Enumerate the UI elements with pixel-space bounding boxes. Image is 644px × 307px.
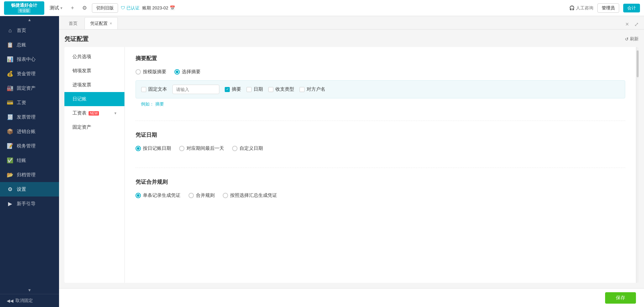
home-icon: ⌂: [7, 28, 13, 34]
sidebar: ▲ ⌂ 首页 📋 总账 📊 报表中心 💰 资金管理 🏭 固定资产: [0, 16, 59, 307]
config-main: 摘要配置 按模版摘要 选择摘要: [125, 47, 636, 283]
admin-button[interactable]: 管理员: [597, 3, 619, 13]
checkbox-date[interactable]: 日期: [247, 86, 263, 92]
config-sidebar-item-purchase-invoice[interactable]: 进项发票: [64, 78, 124, 92]
save-button[interactable]: 保存: [605, 292, 636, 304]
date-section: 凭证日期 按日记账日期 对应期间最后一天: [136, 132, 625, 168]
checkbox-box-counterparty: [300, 87, 305, 92]
reports-icon: 📊: [7, 56, 13, 62]
content-area: 首页 凭证配置 × × ⤢ 凭证配置 ↺ 刷新: [59, 16, 644, 307]
calendar-icon[interactable]: 📅: [170, 5, 175, 10]
tab-voucher-config[interactable]: 凭证配置 ×: [85, 17, 118, 29]
summary-radio-group: 按模版摘要 选择摘要: [136, 69, 625, 75]
merge-radio-rules[interactable]: 合并规则: [189, 192, 215, 199]
sidebar-scroll: ⌂ 首页 📋 总账 📊 报表中心 💰 资金管理 🏭 固定资产 💳 工资: [0, 24, 59, 287]
date-radio-period-end[interactable]: 对应期间最后一天: [179, 145, 224, 151]
close-accounts-icon: ✅: [7, 157, 13, 164]
sidebar-item-ledger[interactable]: 📋 总账: [0, 38, 59, 52]
scrollbar-thumb[interactable]: [637, 50, 639, 77]
config-sidebar-item-public[interactable]: 公共选项: [64, 50, 124, 64]
summary-options-row: 固定文本 摘要 日期: [136, 80, 625, 98]
sidebar-item-salary[interactable]: 💳 工资: [0, 95, 59, 110]
checkbox-box-date: [247, 87, 252, 92]
merge-radio-single[interactable]: 单条记录生成凭证: [136, 192, 180, 199]
sidebar-bottom: ◀◀ 取消固定: [0, 294, 59, 307]
settings-icon: ⚙: [7, 186, 13, 192]
certified-badge: 🛡 已认证: [121, 5, 140, 11]
headset-icon: 🎧: [569, 5, 575, 10]
checkbox-fixed-text[interactable]: 固定文本: [141, 86, 167, 92]
new-badge: NEW: [89, 111, 99, 116]
summary-radio-template[interactable]: 按模版摘要: [136, 69, 166, 75]
checkbox-summary[interactable]: 摘要: [225, 86, 241, 92]
config-sidebar-item-fixed-assets[interactable]: 固定资产: [64, 120, 124, 134]
refresh-button[interactable]: ↺ 刷新: [625, 36, 639, 42]
expand-icon[interactable]: ⤢: [633, 20, 640, 29]
config-sidebar-item-payroll[interactable]: 工资表 NEW ▾: [64, 106, 124, 120]
sidebar-item-home[interactable]: ⌂ 首页: [0, 24, 59, 38]
sidebar-item-guide[interactable]: ▶ 新手引导: [0, 196, 59, 211]
date-radio-custom[interactable]: 自定义日期: [232, 145, 263, 151]
sidebar-item-assets[interactable]: 🏭 固定资产: [0, 81, 59, 95]
config-sidebar-item-journal[interactable]: 日记账: [64, 92, 124, 106]
sidebar-item-settings[interactable]: ⚙ 设置: [0, 182, 59, 196]
period-info: 账期 2023-02 📅: [142, 5, 175, 11]
add-icon[interactable]: ＋: [68, 3, 77, 13]
date-radio-group: 按日记账日期 对应期间最后一天 自定义日期: [136, 145, 625, 151]
window-close-icon[interactable]: ×: [624, 19, 630, 29]
sidebar-item-sales[interactable]: 📦 进销台账: [0, 124, 59, 139]
gear-icon[interactable]: ⚙: [80, 3, 89, 13]
sidebar-scroll-up[interactable]: ▲: [0, 16, 59, 24]
checkbox-box-pay-type: [268, 87, 273, 92]
unfix-button[interactable]: ◀◀ 取消固定: [0, 294, 59, 307]
tax-icon: 📝: [7, 143, 13, 149]
sidebar-item-funds[interactable]: 💰 资金管理: [0, 67, 59, 81]
checkbox-pay-type[interactable]: 收支类型: [268, 86, 294, 92]
radio-circle-single: [136, 193, 141, 198]
fixed-text-input[interactable]: [172, 85, 219, 94]
logo: 畅捷通好会计 专业版: [4, 1, 44, 15]
merge-radio-group: 单条记录生成凭证 合并规则 按照选择汇总生成凭证: [136, 192, 625, 199]
radio-circle-custom-date: [232, 146, 237, 151]
radio-circle-journal-date: [136, 146, 141, 151]
switch-button[interactable]: 切到旧版: [92, 3, 118, 13]
radio-circle-template: [136, 69, 141, 75]
date-radio-journal[interactable]: 按日记账日期: [136, 145, 171, 151]
summary-radio-select[interactable]: 选择摘要: [174, 69, 201, 75]
chevron-down-icon: ▾: [60, 6, 62, 10]
merge-section-title: 凭证合并规则: [136, 179, 625, 186]
merge-section: 凭证合并规则 单条记录生成凭证 合并规则: [136, 179, 625, 215]
radio-circle-period-end: [179, 146, 184, 151]
config-layout: 公共选项 销项发票 进项发票 日记账 工资表 NEW ▾: [64, 47, 639, 283]
salary-icon: 💳: [7, 99, 13, 106]
date-section-title: 凭证日期: [136, 132, 625, 139]
project-name: 测试: [50, 5, 59, 11]
tab-close-icon[interactable]: ×: [110, 21, 112, 26]
tab-home[interactable]: 首页: [63, 17, 83, 29]
sidebar-item-invoice[interactable]: 🧾 发票管理: [0, 110, 59, 124]
sidebar-scroll-down[interactable]: ▼: [0, 287, 59, 294]
tab-bar-right: × ⤢: [624, 19, 640, 29]
sidebar-item-reports[interactable]: 📊 报表中心: [0, 52, 59, 67]
guide-icon: ▶: [7, 201, 13, 207]
refresh-icon: ↺: [625, 37, 629, 42]
checkbox-box-summary: [225, 87, 230, 92]
sidebar-item-tax[interactable]: 📝 税务管理: [0, 139, 59, 153]
radio-circle-merge-rules: [189, 193, 194, 198]
ledger-icon: 📋: [7, 42, 13, 48]
config-sidebar-item-sales-invoice[interactable]: 销项发票: [64, 64, 124, 78]
summary-section-title: 摘要配置: [136, 55, 625, 62]
sidebar-item-close[interactable]: ✅ 结账: [0, 153, 59, 168]
summary-section: 摘要配置 按模版摘要 选择摘要: [136, 55, 625, 121]
page-title: 凭证配置: [64, 35, 89, 43]
sidebar-item-archive[interactable]: 📂 归档管理: [0, 168, 59, 182]
archive-icon: 📂: [7, 172, 13, 178]
consult-button[interactable]: 🎧 人工咨询: [569, 5, 593, 11]
merge-radio-summary[interactable]: 按照选择汇总生成凭证: [223, 192, 277, 199]
accountant-button[interactable]: 会计: [623, 4, 640, 12]
logo-sub: 专业版: [18, 8, 31, 13]
tab-bar: 首页 凭证配置 × × ⤢: [59, 16, 644, 30]
project-selector[interactable]: 测试 ▾: [47, 5, 65, 11]
checkbox-counterparty[interactable]: 对方户名: [300, 86, 325, 92]
scrollbar-track[interactable]: [636, 47, 639, 283]
